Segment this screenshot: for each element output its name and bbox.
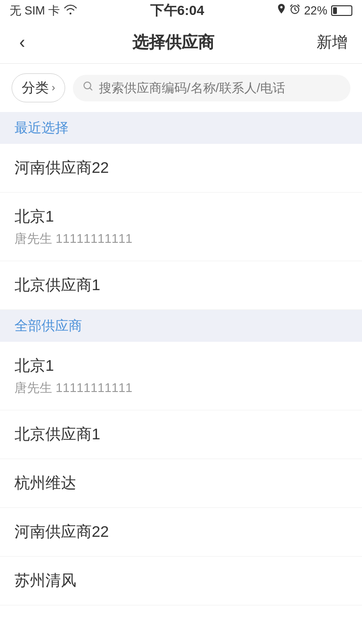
sections-container: 最近选择河南供应商22北京1唐先生 11111111111北京供应商1全部供应商…	[0, 112, 362, 605]
item-name: 北京供应商1	[14, 424, 348, 445]
chevron-right-icon: ›	[52, 82, 55, 94]
battery-percent: 22%	[304, 4, 327, 17]
item-name: 河南供应商22	[14, 521, 348, 543]
section-header-all: 全部供应商	[0, 310, 362, 342]
page-title: 选择供应商	[132, 31, 214, 54]
back-button[interactable]: ‹	[14, 28, 30, 57]
search-bar: 分类 ›	[0, 64, 362, 112]
search-input-wrap[interactable]	[73, 75, 350, 101]
wifi-icon	[64, 4, 77, 17]
list-item[interactable]: 北京1唐先生 11111111111	[0, 193, 362, 261]
list-item[interactable]: 北京供应商1	[0, 261, 362, 310]
battery-icon	[331, 5, 352, 16]
item-name: 河南供应商22	[14, 157, 348, 179]
no-sim-label: 无 SIM 卡	[10, 3, 60, 18]
list-item[interactable]: 河南供应商22	[0, 508, 362, 557]
item-name: 北京1	[14, 355, 348, 377]
location-icon	[277, 4, 286, 17]
item-name: 北京供应商1	[14, 275, 348, 296]
nav-bar: ‹ 选择供应商 新增	[0, 21, 362, 64]
item-sub: 唐先生 11111111111	[14, 230, 348, 247]
alarm-icon	[290, 4, 300, 17]
category-filter-button[interactable]: 分类 ›	[12, 73, 65, 102]
category-label: 分类	[22, 79, 49, 97]
list-item[interactable]: 杭州维达	[0, 459, 362, 508]
search-icon	[83, 81, 94, 96]
add-button[interactable]: 新增	[317, 32, 348, 53]
list-item[interactable]: 苏州清风	[0, 557, 362, 605]
section-header-recent: 最近选择	[0, 112, 362, 144]
list-item[interactable]: 北京1唐先生 11111111111	[0, 342, 362, 410]
item-name: 北京1	[14, 206, 348, 227]
item-sub: 唐先生 11111111111	[14, 379, 348, 396]
status-left: 无 SIM 卡	[10, 3, 77, 18]
item-name: 苏州清风	[14, 570, 348, 591]
list-item[interactable]: 北京供应商1	[0, 410, 362, 459]
status-bar: 无 SIM 卡 下午6:04 22%	[0, 0, 362, 21]
status-right: 22%	[277, 4, 352, 17]
search-input[interactable]	[99, 81, 341, 96]
status-time: 下午6:04	[150, 1, 204, 20]
list-item[interactable]: 河南供应商22	[0, 144, 362, 193]
item-name: 杭州维达	[14, 473, 348, 494]
